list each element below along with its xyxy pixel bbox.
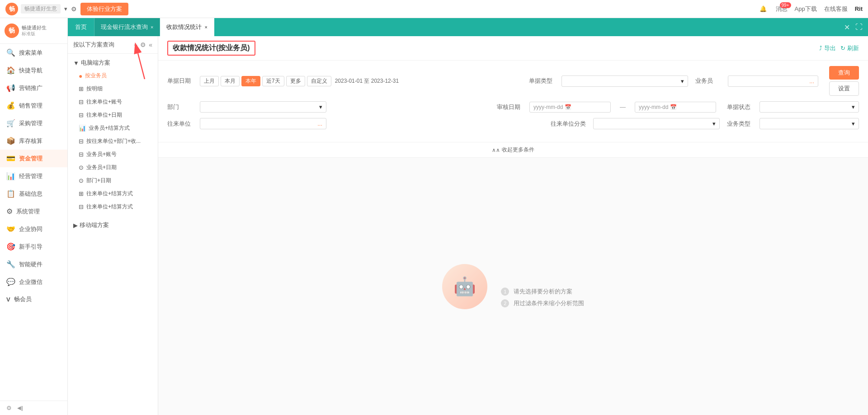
tab-expand-icon[interactable]: ⛶ [854, 21, 864, 33]
empty-illustration: 🤖 [442, 264, 487, 309]
user-name[interactable]: Rit [855, 5, 863, 12]
sidebar-item-member[interactable]: V 畅会员 [0, 291, 67, 308]
calendar-from-icon[interactable]: 📅 [565, 104, 571, 110]
date-tab-more[interactable]: 更多 [286, 76, 305, 86]
counterpart-cat-select[interactable]: ▾ [593, 118, 720, 129]
scheme-salesperson-date[interactable]: ⊙ 业务员+日期 [68, 161, 158, 174]
desktop-group-header[interactable]: ▼ 电脑端方案 [68, 57, 158, 69]
sidebar-label-member: 畅会员 [14, 295, 32, 303]
date-tab-custom[interactable]: 自定义 [307, 76, 331, 86]
scheme-header: 按以下方案查询 + ⚙ « [68, 36, 158, 54]
date-tabs: 上月 本月 本年 近7天 更多 自定义 2023-01-01 至 2023-12… [200, 76, 399, 86]
online-support[interactable]: 在线客服 [824, 5, 848, 13]
tab-bank-close[interactable]: × [151, 24, 153, 30]
sidebar-item-guide[interactable]: 🎯 新手引导 [0, 238, 67, 255]
sidebar-item-enterprise[interactable]: 🤝 企业协同 [0, 220, 67, 238]
scheme-gear-btn[interactable]: ⚙ [140, 41, 146, 48]
trial-button[interactable]: 体验行业方案 [80, 3, 128, 15]
tab-close-all-icon[interactable]: ✕ [842, 21, 852, 33]
counterpart-more-icon[interactable]: ... [317, 120, 322, 127]
scheme-unit-account[interactable]: ⊟ 往来单位+账号 [68, 95, 158, 108]
filter-row-3: 往来单位 ... 往来单位分类 ▾ 业务类型 [167, 118, 859, 129]
app-download[interactable]: App下载 [795, 5, 817, 13]
scheme-by-detail[interactable]: ⊞ 按明细 [68, 82, 158, 95]
sidebar-item-finance[interactable]: 💳 资金管理 [0, 150, 67, 167]
sidebar-collapse-icon[interactable]: ◀‖ [17, 405, 24, 411]
record-type-select[interactable]: ▾ [561, 75, 688, 87]
scheme-unit-date[interactable]: ⊟ 往来单位+日期 [68, 108, 158, 122]
calendar-to-icon[interactable]: 📅 [670, 104, 677, 110]
step-1: 1 请先选择要分析的方案 [501, 286, 584, 297]
scheme-dept-date[interactable]: ⊙ 部门+日期 [68, 174, 158, 187]
settings-icon[interactable]: ⚙ [71, 5, 77, 13]
system-icon: ⚙ [6, 207, 13, 216]
sidebar-logo: 畅 畅捷通好生 标准版 [0, 18, 67, 44]
page-header: 收款情况统计(按业务员) ⤴ 导出 ↻ 刷新 [158, 36, 868, 61]
counterpart-select[interactable]: ... [200, 118, 326, 129]
query-btn[interactable]: 查询 [829, 66, 859, 80]
sidebar-item-operations[interactable]: 📊 经营管理 [0, 167, 67, 185]
sales-icon: 💰 [6, 101, 15, 110]
date-tab-this-month[interactable]: 本月 [221, 76, 240, 86]
refresh-btn[interactable]: ↻ 刷新 [840, 44, 859, 52]
tab-receipt[interactable]: 收款情况统计 × [160, 18, 214, 36]
desktop-scheme-group: ▼ 电脑端方案 ● 按业务员 ⊞ 按明细 ⊟ 往来单位+账号 [68, 54, 158, 216]
search-icon: 🔍 [6, 48, 15, 57]
notification-area[interactable]: 🔔 99+ 消息 [760, 5, 788, 13]
record-status-select[interactable]: ▾ [760, 101, 859, 113]
empty-state: 🤖 1 请先选择要分析的方案 2 用过滤条件来缩小分析范围 [158, 158, 868, 415]
scheme-salesperson-settle[interactable]: 📊 业务员+结算方式 [68, 122, 158, 135]
sidebar-item-purchase[interactable]: 🛒 采购管理 [0, 114, 67, 132]
salesperson-account-icon: ⊟ [79, 151, 84, 158]
sidebar-item-basic[interactable]: 📋 基础信息 [0, 185, 67, 203]
hardware-icon: 🔧 [6, 260, 15, 269]
salesperson-more-icon[interactable]: ... [809, 78, 814, 85]
dept-date-icon: ⊙ [79, 177, 84, 184]
date-tab-7days[interactable]: 近7天 [262, 76, 284, 86]
date-label: 单据日期 [167, 77, 193, 85]
scheme-unit-settle1[interactable]: ⊞ 往来单位+结算方式 [68, 187, 158, 200]
tab-bank[interactable]: 现金银行流水查询 × [94, 18, 160, 36]
sidebar-gear-icon[interactable]: ⚙ [6, 405, 12, 411]
sidebar-item-sales[interactable]: 💰 销售管理 [0, 97, 67, 114]
review-date-from[interactable]: yyyy-mm-dd 📅 [529, 102, 611, 113]
sidebar-item-marketing[interactable]: 📢 营销推广 [0, 79, 67, 97]
scheme-dept-date-label: 部门+日期 [86, 177, 111, 184]
edition-tag: 标准版 [22, 31, 47, 37]
guide-icon: 🎯 [6, 242, 15, 251]
dept-select[interactable]: ▾ [200, 101, 326, 113]
scheme-unit-settle2[interactable]: ⊟ 往来单位+结算方式 [68, 200, 158, 213]
export-btn[interactable]: ⤴ 导出 [819, 44, 836, 52]
sidebar-item-hardware[interactable]: 🔧 智能硬件 [0, 255, 67, 273]
date-tab-last-month[interactable]: 上月 [200, 76, 219, 86]
group-arrow-icon: ▼ [73, 60, 79, 66]
detail-scheme-icon: ⊞ [79, 85, 84, 92]
dept-dropdown-icon: ▾ [319, 104, 322, 110]
scheme-by-salesperson[interactable]: ● 按业务员 [68, 69, 158, 82]
salesperson-select[interactable]: ... [728, 75, 818, 87]
mobile-scheme-group: ▶ 移动端方案 [68, 216, 158, 234]
date-tab-this-year[interactable]: 本年 [241, 76, 260, 86]
scheme-add-btn[interactable]: + [134, 41, 137, 48]
setting-btn[interactable]: 设置 [829, 81, 859, 96]
business-type-select[interactable]: ▾ [760, 118, 859, 129]
scheme-salesperson-account[interactable]: ⊟ 业务员+账号 [68, 148, 158, 161]
sidebar-item-quicknav[interactable]: 🏠 快捷导航 [0, 61, 67, 79]
tab-bank-label: 现金银行流水查询 [101, 23, 148, 31]
tab-receipt-close[interactable]: × [204, 24, 207, 30]
scheme-unit-dept-collect[interactable]: ⊟ 按往来单位+部门+收... [68, 135, 158, 148]
tab-home[interactable]: 首页 [68, 18, 94, 36]
scheme-collapse-btn[interactable]: « [149, 41, 152, 48]
collapse-more-btn[interactable]: ∧∧ 收起更多条件 [158, 142, 868, 157]
sidebar-item-search[interactable]: 🔍 搜索菜单 [0, 44, 67, 61]
mobile-group-header[interactable]: ▶ 移动端方案 [68, 219, 158, 231]
dept-label: 部门 [167, 103, 193, 111]
salesperson-scheme-icon: ● [79, 72, 82, 80]
enterprise-icon: 🤝 [6, 225, 15, 233]
sidebar-item-system[interactable]: ⚙ 系统管理 [0, 203, 67, 220]
sidebar-item-wechat[interactable]: 💬 企业微信 [0, 273, 67, 291]
breadcrumb-dropdown[interactable]: ▾ [64, 5, 67, 12]
logo-icon: 畅 [5, 3, 18, 15]
review-date-to[interactable]: yyyy-mm-dd 📅 [635, 102, 716, 113]
sidebar-item-inventory[interactable]: 📦 库存核算 [0, 132, 67, 150]
